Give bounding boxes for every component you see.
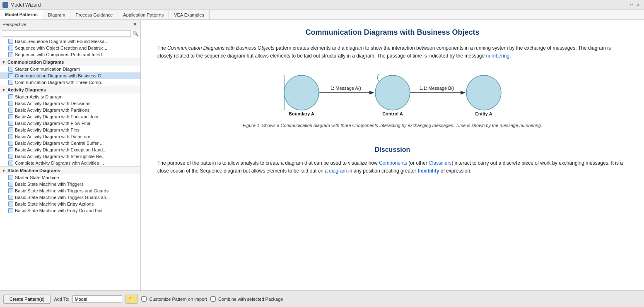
pin-button[interactable]: ↵	[628, 2, 635, 7]
item-icon	[8, 188, 13, 193]
item-icon	[8, 114, 13, 119]
tree-item-activity-central-buffer[interactable]: Basic Activity Diagram with Central Buff…	[0, 140, 140, 146]
section-state-machine-diagrams[interactable]: ▼ State Machine Diagrams	[0, 166, 140, 174]
tree-item-state-machine-trig-guards-an[interactable]: Basic State Machine with Triggers Guards…	[0, 194, 140, 201]
item-icon	[8, 154, 13, 159]
combine-checkbox[interactable]	[210, 296, 216, 302]
item-icon	[8, 73, 13, 78]
svg-text:1.1: Message B(): 1.1: Message B()	[420, 86, 454, 91]
section-label: Activity Diagrams	[7, 87, 46, 92]
add-to-input[interactable]	[72, 295, 122, 303]
tab-process-guidance[interactable]: Process Guidance	[70, 10, 118, 19]
tree-item-activity-decisions[interactable]: Basic Activity Diagram with Decisions	[0, 100, 140, 107]
svg-point-2	[375, 75, 410, 110]
perspective-header: Perspective ▼	[0, 20, 140, 29]
item-label: Starter Communication Diagram	[15, 67, 80, 72]
item-icon	[8, 80, 13, 85]
diagram-area: 1: Message A() 1.1: Message B() Boundary…	[157, 70, 627, 134]
section-communication-diagrams[interactable]: ▼ Communication Diagrams	[0, 58, 140, 66]
item-icon	[8, 67, 13, 72]
content-title: Communication Diagrams with Business Obj…	[157, 28, 627, 37]
item-icon	[8, 161, 13, 165]
tree-item-starter-state-machine[interactable]: Starter State Machine	[0, 174, 140, 181]
tree-item-activity-fork-join[interactable]: Basic Activity Diagram with Fork and Joi…	[0, 113, 140, 120]
tab-bar: Model Patterns Diagram Process Guidance …	[0, 10, 644, 20]
tree-item-complete-activity[interactable]: Complete Activity Diagrams with Activiti…	[0, 160, 140, 166]
description-italic: Communication Diagrams with Business Obj…	[167, 45, 275, 51]
window-title: Model Wizard	[10, 2, 628, 8]
tab-vea-examples[interactable]: VEA Examples	[169, 10, 210, 19]
tree-item-basic-seq-found[interactable]: Basic Sequence Diagram with Found Messa.…	[0, 38, 140, 45]
tree-item-activity-datastore[interactable]: Basic Activity Diagram with Datastore	[0, 133, 140, 140]
tree-item-comm-three-comp[interactable]: Communication Diagram with Three Comp...	[0, 79, 140, 86]
item-icon	[8, 201, 13, 206]
section-label: Communication Diagrams	[7, 60, 64, 65]
tree-item-activity-pins[interactable]: Basic Activity Diagram with Pins	[0, 127, 140, 133]
search-input[interactable]	[2, 30, 131, 37]
tree-item-seq-component-ports[interactable]: Sequence with Component Ports and Interf…	[0, 51, 140, 58]
tree-item-state-machine-triggers[interactable]: Basic State Machine with Triggers	[0, 181, 140, 187]
combine-text: Combine with selected Package	[218, 297, 283, 302]
tree-item-comm-business-obj[interactable]: Communication Diagrams with Business O..…	[0, 72, 140, 79]
item-label: Basic Activity Diagram with Datastore	[15, 134, 90, 139]
section-activity-diagrams[interactable]: ▼ Activity Diagrams	[0, 86, 140, 94]
tree-item-activity-interruptible-re[interactable]: Basic Activity Diagram with Interruptibl…	[0, 153, 140, 160]
tree-item-starter-comm[interactable]: Starter Communication Diagram	[0, 66, 140, 72]
figure-caption: Figure 1. Shows a Communication diagram …	[243, 122, 542, 130]
customize-checkbox[interactable]	[141, 296, 147, 302]
item-label: Basic State Machine with Entry Do and Ex…	[15, 208, 108, 213]
right-panel: Communication Diagrams with Business Obj…	[141, 20, 644, 290]
item-icon	[8, 108, 13, 113]
tree-container: Basic Sequence Diagram with Found Messa.…	[0, 38, 140, 290]
svg-text:1: Message A(): 1: Message A()	[330, 86, 361, 91]
item-icon	[8, 175, 13, 180]
tree-item-state-machine-entry[interactable]: Basic State Machine with Entry Actions	[0, 201, 140, 207]
perspective-dropdown[interactable]: ▼	[132, 22, 138, 27]
tree-item-seq-object-creation[interactable]: Sequence with Object Creation and Destru…	[0, 45, 140, 51]
item-label: Basic Activity Diagram with Partitions	[15, 108, 89, 113]
item-icon	[8, 134, 13, 139]
item-label: Basic Activity Diagram with Decisions	[15, 101, 90, 106]
tree-item-state-machine-entry-do-exit[interactable]: Basic State Machine with Entry Do and Ex…	[0, 207, 140, 214]
customize-label: Customize Pattern on import	[141, 296, 207, 302]
customize-text: Customize Pattern on import	[149, 297, 207, 302]
tree-item-starter-activity[interactable]: Starter Activity Diagram	[0, 94, 140, 100]
bottom-toolbar: Create Pattern(s) Add To: 📁 Customize Pa…	[0, 290, 644, 307]
combine-label: Combine with selected Package	[210, 296, 283, 302]
item-icon	[8, 39, 13, 44]
item-label: Basic State Machine with Triggers	[15, 182, 84, 187]
close-button[interactable]: ×	[635, 2, 642, 8]
item-label: Sequence with Component Ports and Interf…	[15, 52, 106, 57]
item-label: Communication Diagrams with Business O..…	[15, 73, 105, 78]
item-label: Starter State Machine	[15, 175, 59, 180]
item-label: Basic State Machine with Entry Actions	[15, 201, 94, 206]
item-label: Basic Activity Diagram with Exception Ha…	[15, 147, 106, 152]
tab-model-patterns[interactable]: Model Patterns	[0, 10, 43, 19]
left-panel: Perspective ▼ 🔍 Basic Sequence Diagram w…	[0, 20, 141, 290]
svg-text:Boundary A: Boundary A	[289, 111, 314, 116]
item-icon	[8, 182, 13, 187]
item-icon	[8, 147, 13, 152]
communication-diagram-svg: 1: Message A() 1.1: Message B() Boundary…	[264, 70, 521, 120]
tree-item-state-machine-triggers-guards[interactable]: Basic State Machine with Triggers and Gu…	[0, 187, 140, 194]
tree-item-activity-exception-hand[interactable]: Basic Activity Diagram with Exception Ha…	[0, 146, 140, 153]
tab-application-patterns[interactable]: Application Patterns	[118, 10, 169, 19]
tree-item-activity-flow-final[interactable]: Basic Activity Diagram with Flow Final	[0, 120, 140, 127]
item-label: Basic Activity Diagram with Pins	[15, 127, 80, 132]
create-pattern-button[interactable]: Create Pattern(s)	[3, 295, 51, 304]
main-layout: Perspective ▼ 🔍 Basic Sequence Diagram w…	[0, 20, 644, 290]
item-label: Basic Activity Diagram with Fork and Joi…	[15, 114, 98, 119]
add-to-label: Add To:	[54, 297, 69, 302]
item-label: Basic Activity Diagram with Interruptibl…	[15, 154, 106, 159]
numbering-text: numbering	[486, 53, 510, 59]
item-icon	[8, 46, 13, 50]
expand-arrow: ▼	[2, 88, 7, 92]
expand-arrow: ▼	[2, 60, 7, 65]
item-icon	[8, 52, 13, 57]
folder-button[interactable]: 📁	[125, 295, 138, 304]
tree-item-activity-partitions[interactable]: Basic Activity Diagram with Partitions	[0, 107, 140, 113]
item-icon	[8, 94, 13, 99]
tab-diagram[interactable]: Diagram	[43, 10, 71, 19]
item-label: Complete Activity Diagrams with Activiti…	[15, 161, 104, 165]
item-icon	[8, 101, 13, 106]
